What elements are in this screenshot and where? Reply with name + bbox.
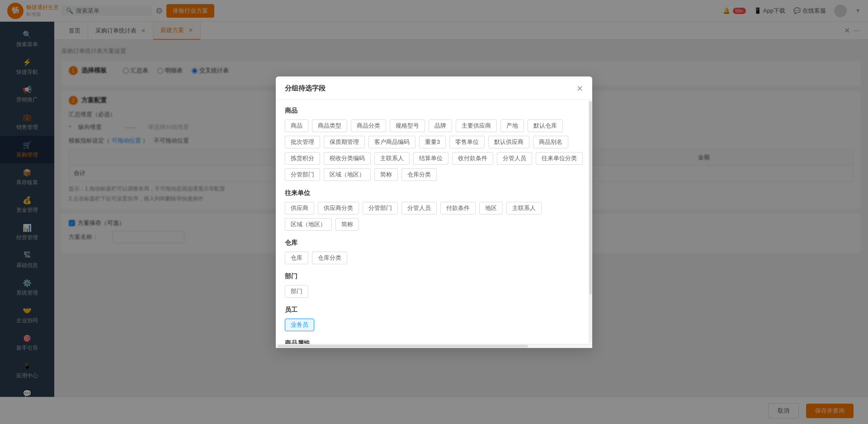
modal-overlay: 分组待选字段 ✕ 商品 商品 商品类型 商品分类 规格型号 品牌 主要供应商 产… (0, 0, 868, 424)
field-tag[interactable]: 区域（地区） (324, 168, 371, 181)
section-product-attr-title: 商品属性 (285, 339, 583, 344)
section-warehouse-title: 仓库 (285, 239, 583, 247)
field-tag[interactable]: 仓库分类 (401, 168, 437, 181)
partner-fields: 供应商 供应商分类 分管部门 分管人员 付款条件 地区 主联系人 区域（地区） … (285, 202, 583, 231)
field-tag[interactable]: 产地 (500, 119, 524, 132)
section-warehouse: 仓库 仓库 仓库分类 (285, 239, 583, 264)
field-tag[interactable]: 重量3 (419, 136, 446, 148)
field-tag[interactable]: 商品分类 (351, 119, 386, 132)
field-tag[interactable]: 商品别名 (533, 136, 568, 148)
section-employee: 员工 业务员 (285, 306, 583, 331)
modal-hscrollbar[interactable] (276, 344, 592, 348)
section-partner: 往来单位 供应商 供应商分类 分管部门 分管人员 付款条件 地区 主联系人 区域… (285, 189, 583, 231)
field-tag[interactable]: 分管人员 (497, 152, 532, 165)
field-tag[interactable]: 主联系人 (374, 152, 410, 165)
modal-dialog: 分组待选字段 ✕ 商品 商品 商品类型 商品分类 规格型号 品牌 主要供应商 产… (276, 76, 592, 348)
field-tag[interactable]: 供应商分类 (318, 202, 359, 214)
field-tag[interactable]: 部门 (285, 285, 308, 298)
hscroll-thumb[interactable] (278, 345, 528, 348)
modal-title: 分组待选字段 (285, 84, 326, 93)
warehouse-fields: 仓库 仓库分类 (285, 252, 583, 264)
field-tag[interactable]: 主要供应商 (456, 119, 497, 132)
section-product-attr: 商品属性 属性 颜色 多规格 尺码 鞋码 1 (285, 339, 583, 344)
modal-body[interactable]: 商品 商品 商品类型 商品分类 规格型号 品牌 主要供应商 产地 默认仓库 批次… (276, 100, 592, 344)
field-tag[interactable]: 地区 (479, 202, 503, 214)
field-tag[interactable]: 分管人员 (401, 202, 437, 214)
field-tag[interactable]: 保质期管理 (324, 136, 365, 148)
field-tag[interactable]: 区域（地区） (285, 218, 332, 231)
section-department-title: 部门 (285, 272, 583, 281)
modal-vscrollbar-track[interactable] (589, 101, 592, 343)
field-tag[interactable]: 品牌 (429, 119, 452, 132)
field-tag[interactable]: 简称 (335, 218, 359, 231)
employee-fields: 业务员 (285, 319, 583, 331)
vscroll-thumb[interactable] (589, 101, 592, 295)
field-tag[interactable]: 默认供应商 (488, 136, 529, 148)
field-tag[interactable]: 付款条件 (440, 202, 476, 214)
field-tag[interactable]: 默认仓库 (528, 119, 563, 132)
field-tag[interactable]: 拣货积分 (285, 152, 320, 165)
field-tag[interactable]: 税收分类编码 (324, 152, 371, 165)
field-tag[interactable]: 简称 (374, 168, 398, 181)
section-product: 商品 商品 商品类型 商品分类 规格型号 品牌 主要供应商 产地 默认仓库 批次… (285, 107, 583, 181)
field-tag-employee[interactable]: 业务员 (285, 319, 314, 331)
field-tag[interactable]: 仓库 (285, 252, 308, 264)
field-tag[interactable]: 结算单位 (413, 152, 448, 165)
field-tag[interactable]: 仓库分类 (312, 252, 347, 264)
section-partner-title: 往来单位 (285, 189, 583, 197)
modal-close-btn[interactable]: ✕ (576, 84, 583, 94)
field-tag[interactable]: 收付款条件 (452, 152, 493, 165)
department-fields: 部门 (285, 285, 583, 298)
section-employee-title: 员工 (285, 306, 583, 314)
field-tag[interactable]: 批次管理 (285, 136, 320, 148)
field-tag[interactable]: 分管部门 (363, 202, 398, 214)
field-tag[interactable]: 规格型号 (390, 119, 425, 132)
field-tag[interactable]: 零售单位 (449, 136, 485, 148)
field-tag[interactable]: 客户商品编码 (368, 136, 415, 148)
field-tag[interactable]: 主联系人 (506, 202, 542, 214)
field-tag[interactable]: 商品类型 (312, 119, 347, 132)
field-tag[interactable]: 供应商 (285, 202, 314, 214)
field-tag[interactable]: 商品 (285, 119, 308, 132)
field-tag[interactable]: 分管部门 (285, 168, 320, 181)
product-fields: 商品 商品类型 商品分类 规格型号 品牌 主要供应商 产地 默认仓库 批次管理 … (285, 119, 583, 181)
section-department: 部门 部门 (285, 272, 583, 298)
field-tag[interactable]: 往来单位分类 (536, 152, 583, 165)
section-product-title: 商品 (285, 107, 583, 115)
modal-header: 分组待选字段 ✕ (276, 76, 592, 100)
